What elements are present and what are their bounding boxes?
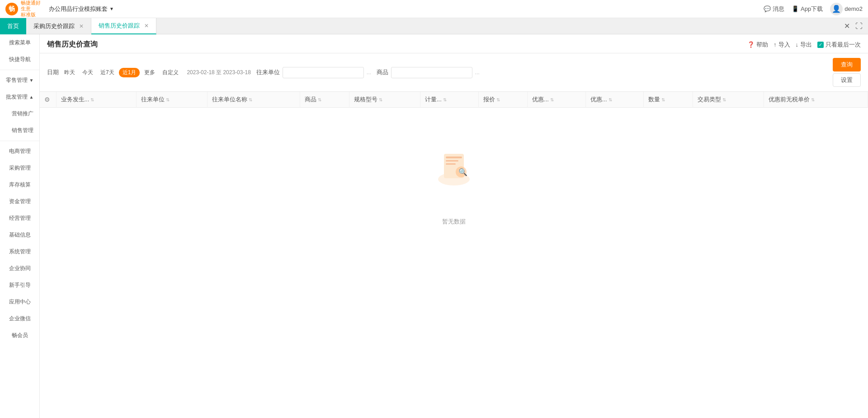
date-option-custom[interactable]: 自定义: [160, 68, 181, 77]
col-partner-name[interactable]: 往来单位名称 ⇅: [207, 92, 300, 108]
date-option-more[interactable]: 更多: [142, 68, 158, 77]
user-avatar-area[interactable]: 👤 demo2: [830, 3, 863, 15]
sidebar-item-retail-mgmt[interactable]: 零售管理 ▼: [0, 72, 39, 89]
sidebar-item-sales-mgmt[interactable]: 销售管理: [0, 122, 39, 139]
sidebar-item-finance-mgmt[interactable]: 资金管理: [0, 193, 39, 210]
logo-text: 畅捷通好生意 标准版: [21, 0, 45, 18]
sidebar-item-wholesale-mgmt[interactable]: 批发管理 ▲: [0, 89, 39, 105]
date-options: 昨天 今天 近7天 近1月 更多 自定义: [61, 68, 181, 77]
date-option-last1month[interactable]: 近1月: [119, 68, 140, 77]
col-spec[interactable]: 规格型号 ⇅: [349, 92, 420, 108]
quick-nav-label: 快捷导航: [9, 56, 31, 63]
product-ellipsis[interactable]: ...: [475, 69, 480, 76]
sort-icon-business-date: ⇅: [90, 97, 94, 102]
message-button[interactable]: 💬 消息: [764, 5, 784, 13]
col-discount2[interactable]: 优惠... ⇅: [585, 92, 644, 108]
sidebar-item-system-mgmt[interactable]: 系统管理: [0, 243, 39, 260]
sidebar-item-inventory-calc[interactable]: 库存核算: [0, 176, 39, 193]
top-bar-right: 💬 消息 📱 App下载 👤 demo2: [764, 3, 863, 15]
close-tab-button[interactable]: ✕: [842, 20, 852, 32]
sidebar-item-newcomer-guide[interactable]: 新手引导: [0, 277, 39, 294]
empty-illustration: 🔍: [431, 144, 476, 190]
sidebar-item-app-center[interactable]: 应用中心: [0, 294, 39, 310]
retail-mgmt-label-group: 零售管理 ▼: [6, 76, 34, 84]
sidebar-item-operation-mgmt[interactable]: 经营管理: [0, 210, 39, 227]
tab-bar: 首页 采购历史价跟踪 ✕ 销售历史价跟踪 ✕ ✕ ⛶: [0, 18, 868, 34]
col-settings[interactable]: ⚙: [40, 92, 56, 108]
sidebar-item-basic-info[interactable]: 基础信息: [0, 227, 39, 243]
industry-selector[interactable]: 办公用品行业模拟账套 ▼: [49, 5, 114, 13]
page-title: 销售历史价查询: [47, 40, 98, 49]
export-icon: ↓: [796, 41, 799, 48]
tab-purchase-history[interactable]: 采购历史价跟踪 ✕: [26, 18, 91, 34]
svg-rect-4: [446, 163, 456, 165]
product-input[interactable]: [391, 67, 472, 78]
filter-row: 日期 昨天 今天 近7天 近1月 更多 自定义 2023-02-18 至 202…: [40, 53, 868, 92]
query-button[interactable]: 查询: [833, 58, 861, 71]
chevron-down-icon: ▼: [109, 6, 114, 11]
col-quoted-price[interactable]: 报价 ⇅: [478, 92, 527, 108]
download-icon: 📱: [792, 5, 799, 12]
col-pre-discount-price[interactable]: 优惠前无税单价 ⇅: [764, 92, 868, 108]
app-download-button[interactable]: 📱 App下载: [792, 5, 823, 13]
import-icon: ↑: [774, 41, 777, 48]
empty-text: 暂无数据: [442, 218, 466, 226]
product-label: 商品: [377, 68, 388, 76]
avatar: 👤: [830, 3, 843, 15]
sort-icon-unit: ⇅: [443, 97, 447, 102]
tab-actions: ✕ ⛶: [842, 20, 868, 32]
import-button[interactable]: ↑ 导入: [774, 41, 790, 49]
date-label: 日期: [47, 68, 59, 76]
sort-icon-partner-code: ⇅: [166, 97, 170, 102]
col-quantity[interactable]: 数量 ⇅: [644, 92, 693, 108]
sidebar-item-search-menu[interactable]: 搜索菜单: [0, 34, 39, 51]
date-option-last7days[interactable]: 近7天: [98, 68, 117, 77]
sidebar-item-member[interactable]: 畅会员: [0, 327, 39, 344]
svg-rect-3: [446, 160, 458, 162]
partner-input[interactable]: [283, 67, 364, 78]
sort-icon-quoted-price: ⇅: [496, 97, 500, 102]
col-product[interactable]: 商品 ⇅: [300, 92, 349, 108]
tab-close-purchase-history[interactable]: ✕: [79, 23, 84, 29]
date-option-today[interactable]: 今天: [80, 68, 96, 77]
col-unit[interactable]: 计量... ⇅: [420, 92, 478, 108]
sort-icon-spec: ⇅: [379, 97, 382, 102]
settings-icon[interactable]: ⚙: [44, 96, 50, 103]
action-buttons-group: 查询 设置: [833, 58, 861, 87]
partner-ellipsis[interactable]: ...: [367, 69, 371, 76]
sidebar-item-quick-nav[interactable]: 快捷导航: [0, 51, 39, 68]
product-filter-group: 商品 ...: [377, 67, 480, 78]
settings-button[interactable]: 设置: [833, 73, 861, 87]
col-discount1[interactable]: 优惠... ⇅: [528, 92, 586, 108]
col-trade-type[interactable]: 交易类型 ⇅: [693, 92, 764, 108]
date-option-yesterday[interactable]: 昨天: [61, 68, 78, 77]
sort-icon-product: ⇅: [318, 97, 321, 102]
col-business-date[interactable]: 业务发生... ⇅: [56, 92, 136, 108]
col-partner-code[interactable]: 往来单位 ⇅: [136, 92, 207, 108]
top-bar: 畅 畅捷通好生意 标准版 办公用品行业模拟账套 ▼ 💬 消息 📱 App下载 👤…: [0, 0, 868, 18]
wholesale-mgmt-label-group: 批发管理 ▲: [6, 93, 34, 101]
chevron-up-icon: ▲: [29, 95, 34, 100]
content-area: 销售历史价查询 ❓ 帮助 ↑ 导入 ↓ 导出 ✓: [40, 34, 868, 418]
sidebar-item-enterprise-wechat[interactable]: 企业微信: [0, 310, 39, 327]
last-only-checkbox[interactable]: ✓ 只看最后一次: [817, 41, 861, 49]
maximize-button[interactable]: ⛶: [854, 20, 864, 32]
sidebar-item-ecommerce-mgmt[interactable]: 电商管理: [0, 143, 39, 160]
export-button[interactable]: ↓ 导出: [796, 41, 812, 49]
date-range-group: 2023-02-18 至 2023-03-18: [187, 69, 250, 76]
page-header-row: 销售历史价查询 ❓ 帮助 ↑ 导入 ↓ 导出 ✓: [47, 40, 861, 49]
sidebar-item-purchase-mgmt[interactable]: 采购管理: [0, 160, 39, 176]
sidebar-item-marketing[interactable]: 营销推广: [0, 105, 39, 122]
sidebar-item-enterprise-cooperation[interactable]: 企业协同: [0, 260, 39, 277]
tab-home[interactable]: 首页: [0, 18, 26, 34]
sort-icon-partner-name: ⇅: [249, 97, 252, 102]
help-button[interactable]: ❓ 帮助: [747, 41, 768, 49]
divider-2: [0, 141, 39, 141]
svg-text:🔍: 🔍: [458, 168, 467, 176]
tab-close-sales-history[interactable]: ✕: [144, 23, 149, 29]
tab-sales-history[interactable]: 销售历史价跟踪 ✕: [91, 18, 156, 34]
message-icon: 💬: [764, 5, 771, 12]
data-table: ⚙ 业务发生... ⇅ 往来单位 ⇅: [40, 92, 868, 108]
date-filter-group: 日期 昨天 今天 近7天 近1月 更多 自定义: [47, 68, 181, 77]
sidebar: 搜索菜单 快捷导航 零售管理 ▼ 批发管理 ▲ 营销推广 销售管理 电商管理: [0, 34, 40, 418]
